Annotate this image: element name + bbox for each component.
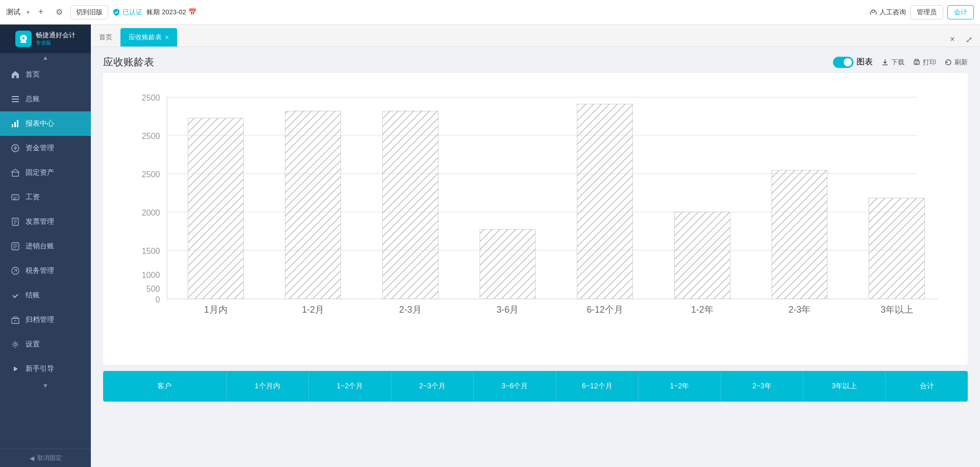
svg-rect-43 bbox=[480, 229, 535, 299]
refresh-icon bbox=[944, 58, 952, 66]
tab-home-label: 首页 bbox=[99, 33, 112, 42]
page-content: 应收账龄表 图表 下载 打印 bbox=[91, 47, 980, 467]
payroll-icon bbox=[10, 192, 20, 202]
sidebar-item-guide[interactable]: 新手引导 bbox=[0, 357, 91, 381]
customer-service-button[interactable]: 人工咨询 bbox=[869, 8, 906, 17]
svg-point-18 bbox=[14, 343, 17, 346]
ledger-icon bbox=[10, 94, 20, 104]
content-area: 首页 应收账龄表 × × ⤢ 应收账龄表 图表 bbox=[91, 25, 980, 467]
sidebar-item-reports[interactable]: 报表中心 bbox=[0, 111, 91, 136]
guide-icon bbox=[10, 364, 20, 374]
sidebar-item-invoice[interactable]: 发票管理 bbox=[0, 209, 91, 234]
sidebar-label-funds: 资金管理 bbox=[26, 144, 54, 153]
tab-bar-expand-button[interactable]: ⤢ bbox=[962, 32, 976, 46]
svg-rect-39 bbox=[285, 111, 341, 299]
sidebar-label-closing: 结账 bbox=[26, 291, 40, 300]
svg-text:1-2月: 1-2月 bbox=[302, 305, 324, 315]
sidebar-item-assets[interactable]: 固定资产 bbox=[0, 160, 91, 185]
role-button[interactable]: 会计 bbox=[947, 5, 974, 19]
table-header-1-2y: 1~2年 bbox=[639, 371, 721, 402]
sidebar-item-tax[interactable]: 税务管理 bbox=[0, 259, 91, 283]
table-header-total: 合计 bbox=[886, 371, 967, 402]
page-actions: 图表 下载 打印 刷新 bbox=[833, 57, 968, 68]
table-header-3-6m: 3~6个月 bbox=[474, 371, 556, 402]
sidebar-item-payroll[interactable]: 工资 bbox=[0, 185, 91, 209]
sidebar: 畅捷通好会计 专业版 ▲ 首页 总账 报表中心 bbox=[0, 25, 91, 467]
sidebar-label-invoice: 发票管理 bbox=[26, 217, 54, 226]
svg-rect-45 bbox=[577, 104, 633, 299]
svg-text:2-3月: 2-3月 bbox=[399, 305, 422, 315]
sidebar-label-archive: 归档管理 bbox=[26, 315, 54, 324]
sidebar-item-archive[interactable]: 归档管理 bbox=[0, 308, 91, 332]
svg-rect-4 bbox=[12, 96, 19, 97]
svg-text:0: 0 bbox=[156, 295, 160, 304]
chart-container: 2500 2500 2500 2000 1500 1000 500 0 bbox=[103, 73, 968, 365]
svg-rect-2 bbox=[876, 13, 877, 14]
sidebar-item-closing[interactable]: 结账 bbox=[0, 283, 91, 308]
switch-old-version-button[interactable]: 切到旧版 bbox=[70, 5, 108, 19]
sidebar-logo: 畅捷通好会计 专业版 bbox=[0, 25, 91, 53]
table-header-1m: 1个月内 bbox=[227, 371, 309, 402]
svg-text:2500: 2500 bbox=[141, 170, 160, 179]
svg-rect-47 bbox=[674, 212, 730, 299]
toggle-switch[interactable] bbox=[833, 57, 853, 68]
sidebar-item-settings[interactable]: 设置 bbox=[0, 332, 91, 357]
closing-icon bbox=[10, 290, 20, 300]
table-header-6-12m: 6~12个月 bbox=[556, 371, 639, 402]
page-title: 应收账龄表 bbox=[103, 55, 154, 69]
app-name: 畅捷通好会计 专业版 bbox=[36, 31, 76, 47]
tab-home[interactable]: 首页 bbox=[91, 28, 120, 46]
sidebar-scroll-up[interactable]: ▲ bbox=[0, 53, 91, 62]
sidebar-label-assets: 固定资产 bbox=[26, 168, 54, 177]
assets-icon bbox=[10, 168, 20, 178]
svg-text:2500: 2500 bbox=[141, 93, 160, 102]
tab-ar-aging[interactable]: 应收账龄表 × bbox=[120, 28, 177, 46]
sidebar-item-trade[interactable]: 进销台账 bbox=[0, 234, 91, 259]
download-button[interactable]: 下载 bbox=[881, 58, 904, 67]
cancel-fixed-icon: ◀ bbox=[30, 455, 34, 462]
svg-rect-6 bbox=[12, 101, 19, 102]
print-button[interactable]: 打印 bbox=[913, 58, 936, 67]
svg-text:1500: 1500 bbox=[141, 246, 160, 255]
svg-text:1月内: 1月内 bbox=[204, 305, 228, 315]
sidebar-label-ledger: 总账 bbox=[26, 95, 40, 104]
svg-rect-1 bbox=[870, 13, 871, 14]
user-button[interactable]: 管理员 bbox=[910, 5, 943, 19]
cancel-fixed-button[interactable]: ◀ 取消固定 bbox=[0, 449, 91, 467]
tab-bar-close-button[interactable]: × bbox=[945, 32, 960, 46]
sidebar-label-trade: 进销台账 bbox=[26, 242, 54, 251]
reports-icon bbox=[10, 119, 20, 129]
sidebar-item-ledger[interactable]: 总账 bbox=[0, 87, 91, 111]
table-header-1-2m: 1~2个月 bbox=[309, 371, 391, 402]
settings-icon[interactable]: ⚙ bbox=[52, 5, 66, 19]
app-logo-icon bbox=[15, 31, 32, 47]
chart-toggle[interactable]: 图表 bbox=[833, 57, 873, 68]
table-header-3y-plus: 3年以上 bbox=[803, 371, 886, 402]
tab-close-button[interactable]: × bbox=[165, 33, 169, 41]
svg-rect-51 bbox=[869, 198, 925, 299]
svg-text:2500: 2500 bbox=[141, 131, 160, 141]
table-header: 客户 1个月内 1~2个月 2~3个月 3~6个月 6~12个月 1~2年 2~… bbox=[103, 371, 968, 402]
company-dropdown-icon[interactable]: ▾ bbox=[27, 9, 30, 16]
sidebar-label-settings: 设置 bbox=[26, 340, 40, 349]
tab-ar-aging-label: 应收账龄表 bbox=[129, 33, 162, 42]
sidebar-item-funds[interactable]: 资金管理 bbox=[0, 136, 91, 160]
chart-toggle-label: 图表 bbox=[856, 57, 873, 67]
svg-text:1-2年: 1-2年 bbox=[691, 305, 714, 315]
sidebar-scroll-down[interactable]: ▼ bbox=[0, 381, 91, 390]
add-button[interactable]: + bbox=[34, 5, 48, 19]
calendar-icon[interactable]: 📅 bbox=[188, 8, 197, 16]
svg-text:2000: 2000 bbox=[141, 208, 160, 217]
refresh-button[interactable]: 刷新 bbox=[944, 58, 968, 67]
svg-text:500: 500 bbox=[146, 284, 160, 293]
archive-icon bbox=[10, 315, 20, 325]
shield-icon bbox=[112, 8, 120, 16]
period-display: 账期 2023-02 📅 bbox=[146, 8, 197, 17]
svg-text:3-6月: 3-6月 bbox=[497, 305, 519, 315]
svg-rect-5 bbox=[12, 99, 19, 100]
sidebar-item-home[interactable]: 首页 bbox=[0, 62, 91, 87]
sidebar-label-guide: 新手引导 bbox=[26, 364, 54, 373]
svg-text:3年以上: 3年以上 bbox=[880, 305, 913, 315]
svg-rect-7 bbox=[12, 124, 13, 127]
tax-icon bbox=[10, 266, 20, 276]
